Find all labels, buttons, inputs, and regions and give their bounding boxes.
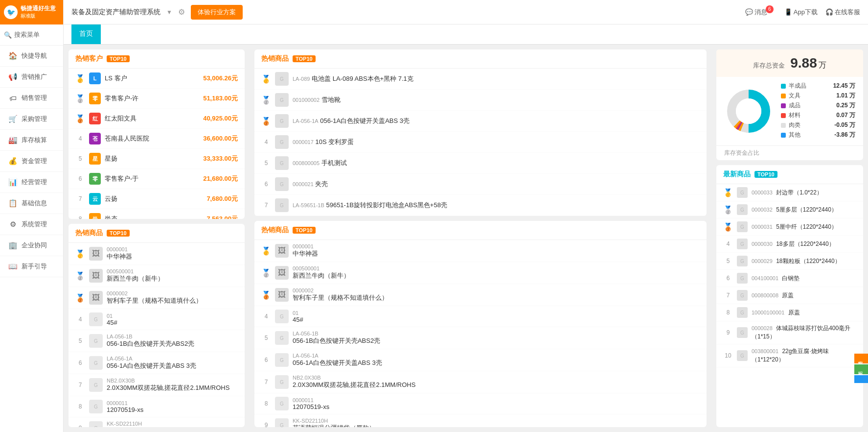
rank-medal: 🥉 [75,114,85,123]
sidebar-item-sales[interactable]: 🏷销售管理 [0,88,63,109]
hot-product-item[interactable]: 6 G LA-056-1A 056-1A白色按键开关盖ABS 3壳 [69,352,245,374]
latest-product-item[interactable]: 🥇 G 0000033 封边带（1.0*22） [716,184,863,201]
rank-number: 7 [261,202,271,209]
top-products-mid-title: 热销商品 [261,54,289,63]
product-info: 01 45# [107,313,238,326]
search-menu-button[interactable]: 🔍 搜索菜单 [4,28,59,41]
latest-product-item[interactable]: 7 G 000800008 原盖 [716,287,863,304]
float-btn-service[interactable]: 客服热线 [854,354,868,363]
customer-item[interactable]: 🥇 L LS 客户 53,006.26元 [69,69,245,89]
product-name: 45# [293,316,700,323]
product-code: LA-056-1B [293,331,700,336]
top-product-mid-item[interactable]: 6 G 0000021 夹壳 [254,174,707,195]
float-btn-live[interactable]: 直播 [854,375,868,383]
product-info: NB2.0X30B 2.0X30MM双搓花轴,搓花直径2.1MM/ROHS [293,375,700,389]
phone-icon: 📱 [784,8,792,16]
rank-number: 6 [75,360,85,366]
sidebar-item-finance[interactable]: 💰资金管理 [0,151,63,172]
hot-product-scroll-item[interactable]: 4 G 01 45# [254,306,707,327]
hot-product-item[interactable]: 🥇 🖼 0000001 中华神器 [69,243,245,265]
topbar: 装备及固定资产辅助管理系统 ▼ ⚙ 体验行业方案 💬 消息 6 📱 App下载 … [64,0,868,24]
top-product-mid-item[interactable]: 🥇 G LA-089 电池盖 LA-089 ABS本色+黑种 7.1克 [254,69,707,90]
customer-item[interactable]: 🥈 零 零售客户-许 51,183.00元 [69,89,245,109]
product-info: LA-056-1B 056-1B白色按键开关壳ABS2壳 [107,334,238,348]
legend-item: 肉类 -0.05 万 [781,121,855,129]
latest-product-item[interactable]: 9 G 0000028 体城蒜枝味苏打饮品400毫升（1*15） [716,321,863,344]
latest-product-item[interactable]: 6 G 004100001 白钢垫 [716,270,863,287]
sidebar-item-purchase[interactable]: 🛒采购管理 [0,109,63,130]
messages-label: 消息 [754,8,767,17]
customer-item[interactable]: 6 零 零售客户-于 21,680.00元 [69,169,245,189]
sidebar-item-inventory[interactable]: 🏭库存核算 [0,130,63,151]
latest-product-item[interactable]: 5 G 0000029 18颗粒板（1220*2440） [716,253,863,270]
sidebar-item-enterprise[interactable]: 🏢企业协同 [0,235,63,256]
customer-avatar: 云 [89,193,101,205]
sidebar-item-operations[interactable]: 📊经营管理 [0,172,63,193]
top-product-mid-item[interactable]: 4 G 0000017 10S 变利罗蛋 [254,132,707,153]
rank-number: 4 [261,139,271,145]
hot-product-item[interactable]: 5 G LA-056-1B 056-1B白色按键开关壳ABS2壳 [69,330,245,352]
product-thumbnail: G [737,290,748,301]
hot-product-item[interactable]: 4 G 01 45# [69,309,245,330]
product-name: 056-1A白色按键开关盖ABS 3壳 [107,361,238,370]
latest-product-item[interactable]: 🥉 G 0000031 5厘中纤（1220*2440） [716,218,863,236]
latest-product-item[interactable]: 10 G 003800001 22g鱼豆腐·烧烤味（1*12*20） [716,344,863,367]
customer-item[interactable]: 4 苍 苍南县人民医院 36,600.00元 [69,129,245,149]
nav-label-guide: 新手引导 [22,262,47,271]
rank-number: 5 [75,155,85,162]
latest-product-item[interactable]: 8 G 10000100001 原盖 [716,304,863,321]
hot-product-item[interactable]: 🥈 🖼 000500001 新西兰牛肉（新牛） [69,265,245,287]
rank-number: 7 [261,379,271,385]
sidebar-item-quick-nav[interactable]: 🏠快捷导航 [0,46,63,67]
top-product-mid-item[interactable]: 🥉 G LA-056-1A 056-1A白色按键开关盖ABS 3壳 [254,111,707,132]
nav-label-finance: 资金管理 [22,157,47,166]
product-name: 电池盖 LA-089 ABS本色+黑种 7.1克 [312,75,413,82]
hot-product-scroll-item[interactable]: 9 G KK-SD22110H 花语萌恒温分疆罐袋（厚款） [254,414,707,427]
product-thumbnail: G [89,400,103,413]
messages-item[interactable]: 💬 消息 6 [745,8,777,17]
top-product-mid-item[interactable]: 🥈 G 001000002 雪地靴 [254,90,707,111]
hot-product-scroll-item[interactable]: 7 G NB2.0X30B 2.0X30MM双搓花轴,搓花直径2.1MM/ROH… [254,371,707,393]
product-name: 封边带（1.0*22） [776,189,822,196]
top-product-mid-item[interactable]: 7 G LA-59651-1B 59651-1B旋转投影灯电池盒ABS黑色+58… [254,195,707,216]
hot-product-item[interactable]: 9 G KK-SD22110H 花语萌恒温分疆罐袋（厚款） [69,417,245,427]
product-name: 智利车子里（规格不知道填什么） [107,296,238,305]
gear-icon[interactable]: ⚙ [178,7,185,17]
app-download-item[interactable]: 📱 App下载 [784,8,818,17]
sidebar-item-marketing[interactable]: 📢营销推广 [0,67,63,88]
hot-product-item[interactable]: 7 G NB2.0X30B 2.0X30MM双搓花轴,搓花直径2.1MM/ROH… [69,374,245,396]
hot-product-scroll-item[interactable]: 5 G LA-056-1B 056-1B白色按键开关壳ABS2壳 [254,327,707,349]
sidebar-item-system[interactable]: ⚙系统管理 [0,214,63,235]
hot-product-scroll-item[interactable]: 8 G 0000011 12070519-xs [254,393,707,414]
hot-product-item[interactable]: 8 G 0000011 12070519-xs [69,396,245,417]
hot-product-scroll-item[interactable]: 🥈 🖼 000500001 新西兰牛肉（新牛） [254,262,707,284]
hot-product-scroll-item[interactable]: 🥉 🖼 0000002 智利车子里（规格不知道填什么） [254,284,707,306]
product-code: 004100001 [752,275,778,281]
float-btn-community[interactable]: 服务社区 [854,364,868,374]
product-thumbnail: G [275,375,289,389]
product-code: 0000017 [293,139,314,145]
legend-name: 半成品 [789,82,830,90]
latest-product-item[interactable]: 🥈 G 0000032 5厘多层（1220*2440） [716,201,863,218]
customer-item[interactable]: 🥉 红 红太阳文具 40,925.00元 [69,109,245,129]
online-service-item[interactable]: 🎧 在线客服 [825,8,860,17]
hot-product-item[interactable]: 🥉 🖼 0000002 智利车子里（规格不知道填什么） [69,287,245,309]
sidebar-item-basic-info[interactable]: 📋基础信息 [0,193,63,214]
top-product-mid-item[interactable]: 5 G 000800005 手机测试 [254,153,707,174]
experience-button[interactable]: 体验行业方案 [191,5,243,20]
customer-item[interactable]: 7 云 云扬 7,680.00元 [69,189,245,209]
hot-product-scroll-item[interactable]: 6 G LA-056-1A 056-1A白色按键开关盖ABS 3壳 [254,349,707,371]
sidebar-item-guide[interactable]: 📖新手引导 [0,256,63,277]
dropdown-arrow-icon[interactable]: ▼ [166,9,172,16]
tab-home[interactable]: 首页 [71,24,101,44]
hot-product-scroll-item[interactable]: 🥇 🖼 0000001 中华神器 [254,240,707,262]
customer-item[interactable]: 5 星 星扬 33,333.00元 [69,149,245,169]
product-code: KK-SD22110H [293,418,700,424]
latest-product-item[interactable]: 4 G 0000030 18多层（1220*2440） [716,236,863,253]
inventory-total-label: 库存总资金 [753,62,785,69]
rank-number: 10 [723,352,733,359]
product-thumbnail: G [737,256,748,266]
product-name: 18多层（1220*2440） [776,240,834,247]
legend-item: 文具 1.01 万 [781,92,855,100]
customer-item[interactable]: 8 尚 尚态 7,563.00元 [69,209,245,219]
